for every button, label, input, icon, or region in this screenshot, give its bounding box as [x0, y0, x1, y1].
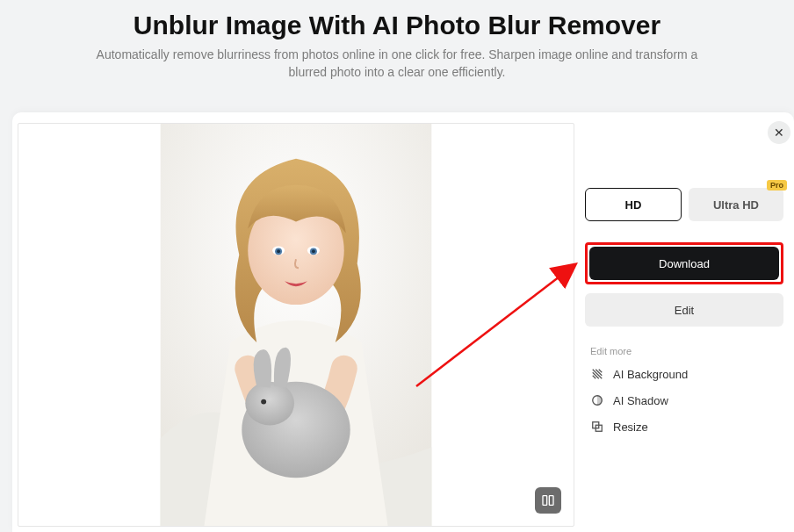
- close-icon: ✕: [774, 126, 784, 140]
- preview-image: [160, 124, 432, 526]
- editor-modal: HD Ultra HD Pro Download Edit Edit more: [12, 112, 794, 532]
- quality-hd-button[interactable]: HD: [585, 188, 682, 221]
- edit-more-heading: Edit more: [590, 346, 783, 356]
- svg-point-3: [261, 399, 266, 405]
- edit-button[interactable]: Edit: [585, 293, 783, 327]
- svg-point-10: [312, 249, 315, 253]
- quality-uhd-label: Ultra HD: [713, 198, 759, 212]
- preview-image-frame: [18, 123, 574, 527]
- tool-label: Resize: [613, 421, 648, 434]
- svg-point-9: [277, 249, 280, 253]
- preview-pane: [18, 123, 574, 532]
- resize-icon: [590, 420, 604, 434]
- download-highlight: Download: [585, 242, 783, 284]
- page-subtitle: Automatically remove blurriness from pho…: [90, 46, 704, 82]
- svg-line-17: [593, 376, 596, 379]
- svg-line-14: [596, 370, 602, 376]
- tool-resize[interactable]: Resize: [590, 420, 783, 434]
- close-button[interactable]: ✕: [768, 121, 790, 144]
- tool-ai-shadow[interactable]: AI Shadow: [590, 393, 783, 407]
- side-panel: HD Ultra HD Pro Download Edit Edit more: [574, 112, 794, 532]
- pro-badge: Pro: [767, 180, 787, 191]
- svg-line-15: [593, 372, 599, 378]
- svg-line-16: [599, 370, 603, 373]
- page-title: Unblur Image With AI Photo Blur Remover: [0, 11, 794, 40]
- tool-ai-background[interactable]: AI Background: [590, 367, 783, 381]
- svg-rect-12: [549, 496, 553, 506]
- download-label: Download: [659, 257, 710, 270]
- quality-ultra-hd-button[interactable]: Ultra HD Pro: [689, 188, 783, 221]
- svg-point-2: [245, 382, 294, 426]
- quality-hd-label: HD: [625, 198, 642, 212]
- tool-label: AI Background: [613, 368, 688, 381]
- shadow-icon: [590, 393, 604, 407]
- compare-icon: [541, 493, 555, 507]
- edit-label: Edit: [675, 304, 694, 317]
- quality-selector: HD Ultra HD Pro: [585, 188, 783, 221]
- grid-icon: [590, 367, 604, 381]
- compare-button[interactable]: [535, 487, 561, 514]
- page-header: Unblur Image With AI Photo Blur Remover …: [0, 0, 794, 82]
- tool-label: AI Shadow: [613, 394, 668, 407]
- download-button[interactable]: Download: [589, 247, 779, 280]
- svg-rect-11: [543, 496, 547, 506]
